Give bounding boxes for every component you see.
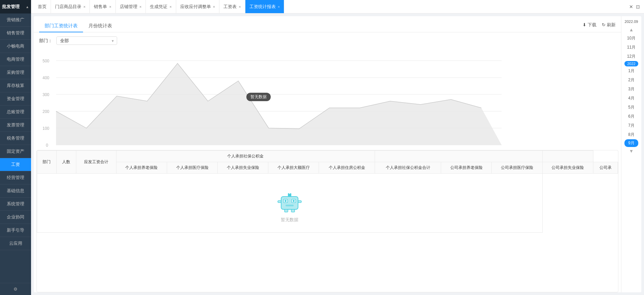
month-label-9月[interactable]: 9月	[624, 139, 638, 147]
tab-应收应付调整单[interactable]: 应收应付调整单×	[176, 0, 219, 13]
svg-text:500: 500	[43, 59, 49, 63]
window-restore-icon[interactable]: ⊡	[636, 4, 640, 9]
no-data-robot-icon	[276, 190, 303, 217]
sidebar-item-发票管理[interactable]: 发票管理	[0, 119, 31, 132]
svg-rect-23	[285, 209, 288, 212]
line-chart: 0 100 200 300 400 500	[39, 49, 505, 150]
th-company-social	[375, 151, 542, 162]
page-content: 部门工资统计表 月份统计表 ⬇ 下载 ↻ 刷新 部门：	[34, 16, 621, 292]
month-label-11月[interactable]: 11月	[624, 43, 638, 52]
refresh-icon: ↻	[602, 22, 606, 27]
tab-生成凭证[interactable]: 生成凭证×	[146, 0, 176, 13]
sidebar-item-销售管理[interactable]: 销售管理	[0, 27, 31, 40]
month-label-4月[interactable]: 4月	[624, 94, 638, 103]
th-personal-social: 个人承担社保公积金	[116, 151, 375, 162]
sidebar-item-工资[interactable]: 工资	[0, 158, 31, 171]
svg-marker-12	[56, 63, 502, 145]
th-extra	[542, 151, 593, 162]
sidebar-item-固定资产[interactable]: 固定资产	[0, 145, 31, 158]
svg-rect-21	[278, 201, 281, 203]
th-company-pension: 公司承担养老保险	[441, 162, 492, 174]
sidebar-item-经营管理[interactable]: 经营管理	[0, 171, 31, 184]
month-label-3月[interactable]: 3月	[624, 85, 638, 94]
month-label-7月[interactable]: 7月	[624, 121, 638, 130]
th-personal-medical: 个人承担医疗保险	[167, 162, 217, 174]
sidebar-item-系统管理[interactable]: 系统管理	[0, 198, 31, 211]
nav-up-arrow[interactable]: ▲	[628, 26, 635, 34]
th-company-more: 公司承	[593, 162, 618, 174]
tab-month-stats[interactable]: 月份统计表	[83, 20, 117, 32]
tab-bar-end: ✕ ⊡	[629, 4, 641, 9]
svg-point-17	[293, 200, 295, 202]
data-table-container[interactable]: 部门 人数 应发工资合计 个人承担社保公积金 个人承担养老保险 个人承担医疗保险…	[36, 150, 618, 292]
month-label-1月[interactable]: 1月	[624, 66, 638, 76]
tab-工资统计报表[interactable]: 工资统计报表×	[245, 0, 284, 13]
svg-text:400: 400	[43, 76, 49, 80]
download-button[interactable]: ⬇ 下载	[583, 22, 596, 28]
sidebar-item-基础信息[interactable]: 基础信息	[0, 184, 31, 198]
sidebar-item-税务管理[interactable]: 税务管理	[0, 132, 31, 145]
tab-close-icon[interactable]: ×	[278, 5, 280, 9]
year-label-2022[interactable]: 2022	[624, 61, 638, 66]
gear-icon: ⚙	[14, 287, 18, 292]
sidebar-header[interactable]: 批发管理 ▲	[0, 0, 31, 13]
sidebar-item-企业协同[interactable]: 企业协同	[0, 211, 31, 224]
th-department: 部门	[37, 151, 57, 174]
tab-工资表[interactable]: 工资表×	[219, 0, 245, 13]
tab-close-icon[interactable]: ×	[139, 5, 141, 9]
department-select[interactable]: 全部	[56, 36, 117, 45]
svg-rect-18	[286, 205, 294, 206]
department-label: 部门：	[39, 38, 52, 44]
tab-department-stats[interactable]: 部门工资统计表	[39, 20, 83, 32]
sidebar-title: 批发管理	[2, 4, 20, 10]
sidebar-item-采购管理[interactable]: 采购管理	[0, 66, 31, 79]
tab-销售单[interactable]: 销售单×	[90, 0, 115, 13]
data-table: 部门 人数 应发工资合计 个人承担社保公积金 个人承担养老保险 个人承担医疗保险…	[37, 150, 618, 233]
sidebar-item-新手引导[interactable]: 新手引导	[0, 224, 31, 237]
sub-tab-actions: ⬇ 下载 ↻ 刷新	[583, 22, 616, 31]
current-date-display[interactable]: 2022.09	[623, 18, 640, 26]
month-label-2月[interactable]: 2月	[624, 76, 638, 85]
tab-门店商品目录[interactable]: 门店商品目录×	[51, 0, 90, 13]
tab-首页[interactable]: 首页	[34, 0, 51, 13]
month-label-6月[interactable]: 6月	[624, 112, 638, 121]
tab-店铺管理[interactable]: 店铺管理×	[116, 0, 146, 13]
sidebar-item-总账管理[interactable]: 总账管理	[0, 106, 31, 119]
sidebar-item-云应用[interactable]: 云应用	[0, 237, 31, 250]
refresh-button[interactable]: ↻ 刷新	[602, 22, 616, 28]
download-icon: ⬇	[583, 22, 586, 27]
svg-text:0: 0	[46, 143, 48, 148]
sidebar-collapse-icon[interactable]: ▲	[26, 5, 29, 9]
sidebar-item-库存核算[interactable]: 库存核算	[0, 79, 31, 92]
tab-close-icon[interactable]: ×	[239, 5, 241, 9]
svg-rect-24	[291, 209, 295, 212]
sidebar-item-营销推广[interactable]: 营销推广	[0, 13, 31, 27]
sidebar-item-电商管理[interactable]: 电商管理	[0, 53, 31, 66]
svg-text:200: 200	[43, 109, 49, 114]
th-personal-pension: 个人承担养老保险	[116, 162, 167, 174]
th-company-medical: 公司承担医疗保险	[492, 162, 542, 174]
month-label-8月[interactable]: 8月	[624, 130, 638, 139]
tab-close-icon[interactable]: ×	[83, 5, 85, 9]
no-data-text: 暂无数据	[281, 217, 298, 223]
svg-text:300: 300	[43, 92, 49, 97]
sidebar-item-小畅电商[interactable]: 小畅电商	[0, 40, 31, 53]
tab-close-icon[interactable]: ×	[169, 5, 171, 9]
nav-down-arrow[interactable]: ▼	[628, 147, 635, 155]
svg-text:100: 100	[43, 126, 49, 131]
window-close-icon[interactable]: ✕	[629, 4, 633, 9]
month-label-5月[interactable]: 5月	[624, 103, 638, 112]
sidebar-item-资金管理[interactable]: 资金管理	[0, 92, 31, 106]
tab-close-icon[interactable]: ×	[109, 5, 111, 9]
th-headcount: 人数	[56, 151, 76, 174]
filter-bar: 部门： 全部 ▼	[34, 32, 621, 49]
svg-point-20	[289, 193, 290, 194]
month-label-12月[interactable]: 12月	[624, 52, 638, 61]
department-select-wrapper: 全部 ▼	[56, 36, 117, 45]
tab-close-icon[interactable]: ×	[213, 5, 215, 9]
month-label-10月[interactable]: 10月	[624, 34, 638, 43]
th-personal-unemployment: 个人承担失业保险	[218, 162, 268, 174]
sidebar: 批发管理 ▲ 营销推广销售管理小畅电商电商管理采购管理库存核算资金管理总账管理发…	[0, 0, 31, 295]
settings-button[interactable]: ⚙	[0, 283, 31, 295]
sub-tabs: 部门工资统计表 月份统计表 ⬇ 下载 ↻ 刷新	[34, 16, 621, 32]
